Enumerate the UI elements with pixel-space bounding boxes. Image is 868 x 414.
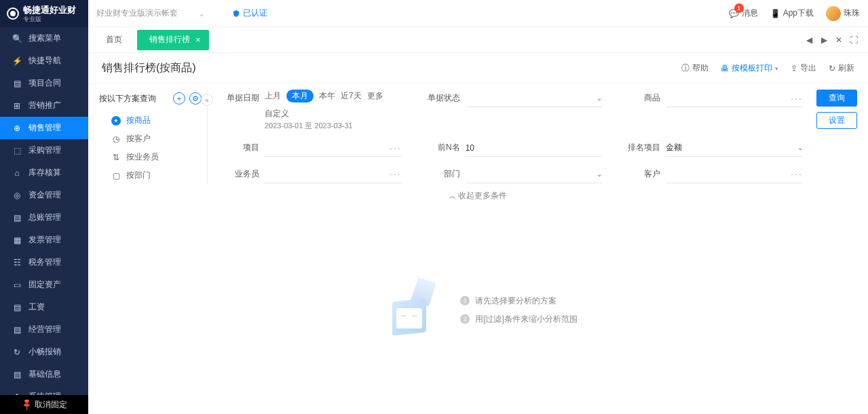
close-icon[interactable]: × [195, 35, 201, 45]
help-label: 帮助 [692, 62, 709, 74]
dept-select[interactable]: ⌄ [466, 166, 603, 183]
nav-label: 库存核算 [29, 167, 61, 178]
print-label: 按模板打印 [732, 62, 772, 74]
nav-sales[interactable]: ⊕销售管理 [0, 117, 88, 139]
more-icon: ··· [390, 168, 402, 179]
customer-label: 客户 [622, 166, 666, 180]
query-button[interactable]: 查询 [816, 90, 857, 107]
tabs-bar: 首页 销售排行榜 × ◀ ▶ ✕ ⛶ [88, 27, 868, 53]
tab-next-button[interactable]: ▶ [816, 33, 831, 48]
project-picker[interactable]: ··· [265, 139, 402, 157]
date-7days[interactable]: 近7天 [341, 90, 362, 102]
nav-label: 搜索菜单 [29, 33, 61, 44]
date-more[interactable]: 更多 [367, 90, 383, 102]
page-title: 销售排行榜(按商品) [102, 61, 196, 75]
tab-sales-rank[interactable]: 销售排行榜 × [137, 30, 209, 50]
field-rankby: 排名项目 金额⌄ [622, 139, 803, 158]
salary-icon: ▤ [12, 303, 22, 312]
empty-state: 1 请先选择要分析的方案 2 用[过滤]条件来缩小分析范围 [88, 206, 868, 414]
nav-label: 销售管理 [29, 122, 61, 134]
more-icon: ··· [791, 93, 803, 104]
cart-icon: ⊕ [12, 124, 22, 133]
goods-picker[interactable]: ··· [666, 90, 803, 107]
rankby-value: 金额 [666, 142, 682, 153]
nav-marketing[interactable]: ⊞营销推广 [0, 94, 88, 117]
sidebar-pin-toggle[interactable]: 📌 取消固定 [0, 395, 88, 414]
nav-search[interactable]: 🔍搜索菜单 [0, 27, 88, 50]
nav-business[interactable]: ▤经营管理 [0, 318, 88, 341]
goods-label: 商品 [622, 90, 666, 104]
collapse-label: 收起更多条件 [458, 191, 507, 200]
scheme-panel: 按以下方案查询 + ⚙ « ✦按商品 ◷按客户 ⇅按业务员 ▢按部门 [99, 90, 208, 185]
tab-prev-button[interactable]: ◀ [801, 33, 816, 48]
customer-picker[interactable]: ··· [666, 166, 803, 183]
nav-ledger[interactable]: ▤总账管理 [0, 206, 88, 229]
scheme-setting-button[interactable]: ⚙ [189, 92, 202, 105]
date-lastmonth[interactable]: 上月 [265, 90, 281, 102]
tab-home[interactable]: 首页 [94, 27, 134, 52]
brand-sub: 专业版 [23, 15, 76, 24]
scheme-add-button[interactable]: + [173, 92, 185, 105]
export-label: 导出 [800, 62, 816, 74]
nav-salary[interactable]: ▤工资 [0, 296, 88, 318]
refresh-icon: ↻ [829, 64, 835, 73]
setting-button[interactable]: 设置 [816, 112, 857, 129]
list-icon: ▤ [12, 213, 22, 223]
chevron-down-icon: ⌄ [597, 170, 602, 178]
nav-purchase[interactable]: ⬚采购管理 [0, 139, 88, 162]
account-selector[interactable]: 好业财专业版演示帐套 ⌄ [96, 7, 219, 19]
user-menu[interactable]: 珠珠 [826, 6, 860, 21]
nav-inventory[interactable]: ⌂库存核算 [0, 162, 88, 184]
nav-label: 总账管理 [29, 212, 61, 223]
scheme-by-dept[interactable]: ▢按部门 [111, 166, 207, 185]
verified-badge[interactable]: 已认证 [219, 7, 267, 19]
nav-label: 快捷导航 [29, 55, 61, 67]
nav-contract[interactable]: ▤项目合同 [0, 72, 88, 94]
topn-input[interactable]: 10 [466, 139, 603, 157]
chevron-down-icon: ⌄ [797, 144, 803, 151]
refresh-label: 刷新 [838, 62, 854, 74]
date-custom[interactable]: 自定义 [265, 108, 289, 119]
filter-area: 按以下方案查询 + ⚙ « ✦按商品 ◷按客户 ⇅按业务员 ▢按部门 [88, 84, 868, 185]
messages-button[interactable]: 💬 消息 1 [729, 7, 758, 19]
date-thisyear[interactable]: 本年 [319, 90, 335, 102]
date-thismonth[interactable]: 本月 [286, 90, 314, 102]
refresh-button[interactable]: ↻刷新 [829, 62, 854, 74]
topbar: 好业财专业版演示帐套 ⌄ 已认证 💬 消息 1 📱 App下载 [88, 0, 868, 27]
tab-close-all-button[interactable]: ✕ [831, 33, 846, 48]
scheme-collapse-button[interactable]: « [201, 94, 213, 106]
nav-tax[interactable]: ☷税务管理 [0, 251, 88, 274]
step-text: 请先选择要分析的方案 [475, 295, 556, 307]
rankby-select[interactable]: 金额⌄ [666, 139, 803, 157]
scheme-by-customer[interactable]: ◷按客户 [111, 130, 207, 148]
export-button[interactable]: ⇪导出 [791, 62, 816, 74]
fullscreen-button[interactable]: ⛶ [846, 33, 861, 48]
status-select[interactable]: ⌄ [466, 90, 603, 107]
gift-icon: ⊞ [12, 101, 22, 111]
nav-system[interactable]: ✿系统管理 [0, 385, 88, 395]
scheme-label: 按客户 [126, 133, 151, 145]
nav-label: 发票管理 [29, 234, 61, 246]
book-icon: ▤ [12, 370, 22, 379]
logo: 畅捷通好业财 专业版 [0, 0, 88, 27]
chevron-down-icon: ▾ [775, 65, 778, 72]
print-template-button[interactable]: 🖶按模板打印▾ [721, 62, 778, 74]
collapse-filters-button[interactable]: ︽ 收起更多条件 [88, 185, 868, 206]
help-button[interactable]: ⓘ帮助 [681, 62, 709, 74]
field-dept: 部门 ⌄ [422, 166, 603, 185]
nav-reimburse[interactable]: ↻小畅报销 [0, 341, 88, 363]
nav-quick[interactable]: ⚡快捷导航 [0, 50, 88, 72]
nav-assets[interactable]: ▭固定资产 [0, 274, 88, 296]
scheme-by-goods[interactable]: ✦按商品 [111, 111, 207, 130]
scheme-list: ✦按商品 ◷按客户 ⇅按业务员 ▢按部门 [99, 111, 207, 185]
nav-basic[interactable]: ▤基础信息 [0, 363, 88, 385]
export-icon: ⇪ [791, 64, 797, 73]
doc-icon: ▤ [12, 79, 22, 88]
scheme-by-salesman[interactable]: ⇅按业务员 [111, 148, 207, 166]
date-range: 2023-03-01 至 2023-03-31 [265, 119, 402, 131]
nav-funds[interactable]: ◎资金管理 [0, 184, 88, 206]
app-download-button[interactable]: 📱 App下载 [770, 7, 814, 19]
nav-invoice[interactable]: ▦发票管理 [0, 229, 88, 251]
pin-icon: 📌 [20, 398, 34, 412]
salesman-picker[interactable]: ··· [265, 166, 402, 183]
